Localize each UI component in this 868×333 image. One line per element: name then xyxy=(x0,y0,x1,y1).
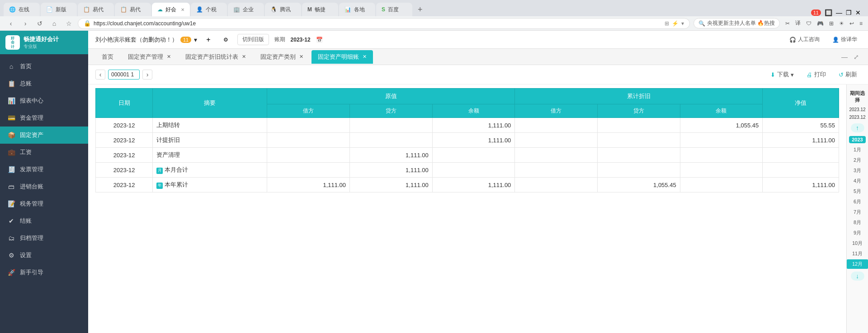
maximize-btn[interactable]: ❐ xyxy=(846,9,852,16)
right-panel-scroll-up[interactable]: ↑ xyxy=(851,123,864,132)
switch-version-label: 切到旧版 xyxy=(242,36,264,43)
right-panel-month-12[interactable]: 12月 xyxy=(847,259,868,269)
next-page-btn[interactable]: › xyxy=(142,70,152,80)
app-header: 刘小艳演示账套（勿删勿动！） 11 ▾ + ⚙ 切到旧版 账期 2023-12 … xyxy=(88,31,868,49)
translate-icon[interactable]: 译 xyxy=(795,19,801,27)
right-panel-month-10[interactable]: 10月 xyxy=(847,239,868,248)
tab-fixed-assets-ledger-close[interactable]: ✕ xyxy=(363,54,367,60)
right-panel-month-8[interactable]: 8月 xyxy=(847,218,868,227)
right-panel-month-7[interactable]: 7月 xyxy=(847,207,868,217)
tab-fixed-assets-category-close[interactable]: ✕ xyxy=(299,54,303,60)
user-btn[interactable]: 👤 徐译华 xyxy=(829,34,861,45)
address-bar[interactable]: 🔒 https://cloud.chanjet.com/accounting/u… xyxy=(78,18,690,29)
brightness-icon[interactable]: ☀ xyxy=(839,20,844,27)
refresh-btn[interactable]: ↺ 刷新 xyxy=(835,69,861,80)
cell-orig-credit: 1,111.00 xyxy=(350,148,433,163)
browser-tab-gedi[interactable]: 📊 各地 xyxy=(339,3,375,16)
print-btn[interactable]: 🖨 打印 xyxy=(803,69,830,80)
tab-fixed-assets-depreciation-close[interactable]: ✕ xyxy=(242,54,246,60)
browser-tab-qiye[interactable]: 🏢 企业 xyxy=(228,3,264,16)
account-selector[interactable]: 刘小艳演示账套（勿删勿动！） 11 ▾ xyxy=(95,36,197,44)
cell-summary: 上期结转 xyxy=(153,118,267,133)
right-panel-month-4[interactable]: 4月 xyxy=(847,176,868,186)
restore-btn[interactable]: 🔲 xyxy=(825,9,832,16)
sidebar-label-fixed-assets: 固定资产 xyxy=(20,131,43,139)
search-bar[interactable]: 🔍 央视更新主持人名单 🔥热搜 xyxy=(693,18,780,28)
headset-icon: 🎧 xyxy=(789,37,796,43)
sidebar-label-report: 报表中心 xyxy=(20,97,43,105)
tab-home[interactable]: 首页 xyxy=(95,50,120,64)
browser-tab-baidu[interactable]: S 百度 xyxy=(376,3,412,16)
sidebar-item-ledger[interactable]: 📋 总账 xyxy=(0,75,88,92)
page-input[interactable]: 000001 1 xyxy=(108,70,140,80)
download-btn[interactable]: ⬇ 下载 ▾ xyxy=(767,69,797,80)
cut-icon[interactable]: ✂ xyxy=(785,20,790,27)
forward-btn[interactable]: › xyxy=(20,18,31,29)
right-panel-month-2[interactable]: 2月 xyxy=(847,155,868,165)
tab-fixed-assets-mgmt-close[interactable]: ✕ xyxy=(167,54,171,60)
switch-version-btn[interactable]: 切到旧版 xyxy=(237,34,269,45)
sidebar-item-guide[interactable]: 🚀 新手引导 xyxy=(0,264,88,281)
sidebar-item-archive[interactable]: 🗂 归档管理 xyxy=(0,230,88,247)
sidebar-item-tax[interactable]: 📝 税务管理 xyxy=(0,195,88,212)
new-tab-button[interactable]: + xyxy=(413,3,427,16)
extension-icon1[interactable]: 🛡 xyxy=(806,20,811,27)
download-dropdown[interactable]: ▾ xyxy=(791,71,794,78)
right-panel-month-9[interactable]: 9月 xyxy=(847,228,868,238)
sidebar-item-invoice[interactable]: 🧾 发票管理 xyxy=(0,161,88,178)
right-panel-month-11[interactable]: 11月 xyxy=(847,249,868,258)
sidebar-item-fund[interactable]: 💳 资金管理 xyxy=(0,109,88,127)
close-window-btn[interactable]: ✕ xyxy=(855,9,861,16)
minimize-panel-btn[interactable]: — xyxy=(840,52,849,61)
sidebar-item-payroll[interactable]: 💼 工资 xyxy=(0,144,88,161)
browser-tab-changjie[interactable]: M 畅捷 xyxy=(302,3,338,16)
sidebar-item-settlement[interactable]: ✔ 结账 xyxy=(0,212,88,230)
prev-page-btn[interactable]: ‹ xyxy=(95,70,105,80)
consult-btn[interactable]: 🎧 人工咨询 xyxy=(786,34,823,45)
refresh-browser-btn[interactable]: ↺ xyxy=(34,18,45,29)
browser-tab-yidai1[interactable]: 📋 易代 xyxy=(78,3,114,16)
minimize-btn[interactable]: — xyxy=(836,9,842,16)
settings-icon: ⚙ xyxy=(7,251,15,259)
cell-dep-balance: 1,055.45 xyxy=(680,118,763,133)
sidebar-item-inventory[interactable]: 🗃 进销台账 xyxy=(0,178,88,195)
browser-tab-close[interactable]: ✕ xyxy=(181,7,184,12)
gamepad-icon[interactable]: 🎮 xyxy=(817,20,824,27)
settings-btn[interactable]: ⚙ xyxy=(220,35,232,45)
right-panel-month-1[interactable]: 1月 xyxy=(847,145,868,155)
right-panel-month-3[interactable]: 3月 xyxy=(847,166,868,175)
sidebar-item-report[interactable]: 📊 报表中心 xyxy=(0,92,88,109)
right-panel-header: 期间选择 xyxy=(847,88,868,105)
right-panel-month-5[interactable]: 5月 xyxy=(847,187,868,196)
year-badge[interactable]: 2023 xyxy=(849,136,865,143)
browser-tab-tengxun[interactable]: 🐧 腾讯 xyxy=(265,3,301,16)
right-panel-scroll-down[interactable]: ↓ xyxy=(851,272,864,281)
maximize-panel-btn[interactable]: ⤢ xyxy=(852,52,861,61)
toolbar-right-btns: ⬇ 下载 ▾ 🖨 打印 ↺ 刷新 xyxy=(767,69,861,80)
menu-icon[interactable]: ≡ xyxy=(859,20,863,27)
sidebar-item-home[interactable]: ⌂ 首页 xyxy=(0,58,88,75)
sidebar-item-fixed-assets[interactable]: 📦 固定资产 xyxy=(0,127,88,144)
page-value: 000001 1 xyxy=(111,71,134,78)
grid-icon[interactable]: ⊞ xyxy=(829,20,834,27)
address-dropdown[interactable]: ▾ xyxy=(681,20,684,27)
right-panel-month-6[interactable]: 6月 xyxy=(847,197,868,206)
bookmark-btn[interactable]: ☆ xyxy=(63,18,74,29)
account-dropdown-icon[interactable]: ▾ xyxy=(194,36,197,43)
undo-icon[interactable]: ↩ xyxy=(849,20,854,27)
cell-net-value: 55.55 xyxy=(763,118,839,133)
back-btn[interactable]: ‹ xyxy=(5,18,16,29)
sidebar-item-settings[interactable]: ⚙ 设置 xyxy=(0,247,88,264)
browser-tab-online[interactable]: 🌐 在线 xyxy=(4,3,40,16)
browser-tab-haokuai[interactable]: ☁ 好会 ✕ xyxy=(152,3,190,16)
home-browser-btn[interactable]: ⌂ xyxy=(49,18,60,29)
tab-fixed-assets-depreciation[interactable]: 固定资产折旧统计表 ✕ xyxy=(179,50,252,64)
browser-tab-yidai2[interactable]: 📋 易代 xyxy=(115,3,151,16)
add-account-btn[interactable]: + xyxy=(203,34,214,46)
tab-fixed-assets-mgmt[interactable]: 固定资产管理 ✕ xyxy=(122,50,177,64)
calendar-icon[interactable]: 📅 xyxy=(316,37,323,43)
browser-tab-geshui[interactable]: 👤 个税 xyxy=(191,3,227,16)
browser-tab-new[interactable]: 📄 新版 xyxy=(41,3,77,16)
tab-fixed-assets-ledger[interactable]: 固定资产明细账 ✕ xyxy=(311,50,373,64)
tab-fixed-assets-category[interactable]: 固定资产类别 ✕ xyxy=(254,50,310,64)
